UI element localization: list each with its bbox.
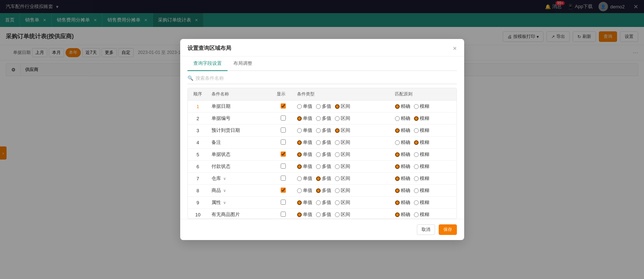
type-option-单值[interactable]: 单值 xyxy=(297,175,312,182)
type-radio-区间[interactable] xyxy=(335,188,340,193)
type-radio-多值[interactable] xyxy=(316,116,321,121)
type-option-单值[interactable]: 单值 xyxy=(297,115,312,122)
match-radio-精确[interactable] xyxy=(395,116,400,121)
type-option-区间[interactable]: 区间 xyxy=(335,151,350,158)
show-checkbox[interactable] xyxy=(281,115,286,121)
show-checkbox[interactable] xyxy=(281,176,286,181)
type-option-单值[interactable]: 单值 xyxy=(297,163,312,170)
match-option-精确[interactable]: 精确 xyxy=(395,187,410,194)
match-radio-精确[interactable] xyxy=(395,152,400,157)
show-checkbox[interactable] xyxy=(281,212,286,217)
match-radio-模糊[interactable] xyxy=(414,212,419,217)
dialog-tab-query-fields[interactable]: 查询字段设置 xyxy=(187,56,228,71)
type-option-单值[interactable]: 单值 xyxy=(297,199,312,206)
match-radio-精确[interactable] xyxy=(395,188,400,193)
type-radio-多值[interactable] xyxy=(316,176,321,181)
show-checkbox[interactable] xyxy=(281,103,286,109)
match-radio-模糊[interactable] xyxy=(414,116,419,121)
type-radio-多值[interactable] xyxy=(316,164,321,169)
type-radio-单值[interactable] xyxy=(297,116,302,121)
match-radio-精确[interactable] xyxy=(395,176,400,181)
type-option-多值[interactable]: 多值 xyxy=(316,199,331,206)
match-option-模糊[interactable]: 模糊 xyxy=(414,199,429,206)
type-option-多值[interactable]: 多值 xyxy=(316,151,331,158)
type-option-单值[interactable]: 单值 xyxy=(297,127,312,134)
type-option-区间[interactable]: 区间 xyxy=(335,163,350,170)
type-option-多值[interactable]: 多值 xyxy=(316,127,331,134)
type-radio-多值[interactable] xyxy=(316,200,321,205)
match-option-模糊[interactable]: 模糊 xyxy=(414,103,429,110)
type-radio-区间[interactable] xyxy=(335,116,340,121)
type-radio-单值[interactable] xyxy=(297,140,302,145)
type-option-区间[interactable]: 区间 xyxy=(335,187,350,194)
type-radio-多值[interactable] xyxy=(316,188,321,193)
expand-icon[interactable]: ∨ xyxy=(223,176,226,181)
match-option-模糊[interactable]: 模糊 xyxy=(414,139,429,146)
match-option-模糊[interactable]: 模糊 xyxy=(414,211,429,218)
type-radio-单值[interactable] xyxy=(297,176,302,181)
type-radio-单值[interactable] xyxy=(297,188,302,193)
type-radio-多值[interactable] xyxy=(316,140,321,145)
show-checkbox[interactable] xyxy=(281,188,286,193)
match-radio-精确[interactable] xyxy=(395,200,400,205)
type-radio-区间[interactable] xyxy=(335,140,340,145)
show-checkbox[interactable] xyxy=(281,164,286,169)
match-radio-模糊[interactable] xyxy=(414,164,419,169)
match-option-模糊[interactable]: 模糊 xyxy=(414,151,429,158)
type-option-区间[interactable]: 区间 xyxy=(335,139,350,146)
type-option-单值[interactable]: 单值 xyxy=(297,103,312,110)
type-radio-区间[interactable] xyxy=(335,176,340,181)
type-option-多值[interactable]: 多值 xyxy=(316,211,331,218)
type-radio-单值[interactable] xyxy=(297,128,302,133)
type-radio-多值[interactable] xyxy=(316,104,321,109)
match-radio-模糊[interactable] xyxy=(414,200,419,205)
type-option-区间[interactable]: 区间 xyxy=(335,199,350,206)
type-radio-多值[interactable] xyxy=(316,212,321,217)
expand-icon[interactable]: ∨ xyxy=(223,200,226,205)
type-option-区间[interactable]: 区间 xyxy=(335,127,350,134)
dialog-tab-layout[interactable]: 布局调整 xyxy=(228,56,258,71)
match-radio-模糊[interactable] xyxy=(414,188,419,193)
type-option-多值[interactable]: 多值 xyxy=(316,187,331,194)
match-option-精确[interactable]: 精确 xyxy=(395,151,410,158)
match-option-模糊[interactable]: 模糊 xyxy=(414,187,429,194)
type-option-多值[interactable]: 多值 xyxy=(316,163,331,170)
match-option-精确[interactable]: 精确 xyxy=(395,199,410,206)
match-option-精确[interactable]: 精确 xyxy=(395,211,410,218)
type-option-单值[interactable]: 单值 xyxy=(297,211,312,218)
match-option-精确[interactable]: 精确 xyxy=(395,139,410,146)
type-radio-单值[interactable] xyxy=(297,212,302,217)
match-radio-模糊[interactable] xyxy=(414,176,419,181)
save-button[interactable]: 保存 xyxy=(439,224,457,235)
type-option-区间[interactable]: 区间 xyxy=(335,175,350,182)
match-radio-精确[interactable] xyxy=(395,128,400,133)
type-option-多值[interactable]: 多值 xyxy=(316,139,331,146)
type-radio-多值[interactable] xyxy=(316,152,321,157)
type-option-单值[interactable]: 单值 xyxy=(297,151,312,158)
match-radio-模糊[interactable] xyxy=(414,104,419,109)
match-option-模糊[interactable]: 模糊 xyxy=(414,115,429,122)
type-radio-区间[interactable] xyxy=(335,104,340,109)
dialog-close-button[interactable]: × xyxy=(453,45,457,52)
type-option-单值[interactable]: 单值 xyxy=(297,139,312,146)
type-option-区间[interactable]: 区间 xyxy=(335,211,350,218)
type-radio-多值[interactable] xyxy=(316,128,321,133)
type-option-区间[interactable]: 区间 xyxy=(335,103,350,110)
match-option-模糊[interactable]: 模糊 xyxy=(414,163,429,170)
type-option-单值[interactable]: 单值 xyxy=(297,187,312,194)
match-option-精确[interactable]: 精确 xyxy=(395,127,410,134)
search-input[interactable] xyxy=(195,75,457,81)
match-option-精确[interactable]: 精确 xyxy=(395,175,410,182)
match-radio-精确[interactable] xyxy=(395,164,400,169)
type-radio-区间[interactable] xyxy=(335,200,340,205)
show-checkbox[interactable] xyxy=(281,127,286,133)
match-radio-模糊[interactable] xyxy=(414,128,419,133)
cancel-button[interactable]: 取消 xyxy=(417,224,435,235)
match-option-精确[interactable]: 精确 xyxy=(395,115,410,122)
match-radio-精确[interactable] xyxy=(395,212,400,217)
type-radio-单值[interactable] xyxy=(297,164,302,169)
match-radio-精确[interactable] xyxy=(395,104,400,109)
type-radio-单值[interactable] xyxy=(297,200,302,205)
match-option-模糊[interactable]: 模糊 xyxy=(414,175,429,182)
type-radio-区间[interactable] xyxy=(335,128,340,133)
